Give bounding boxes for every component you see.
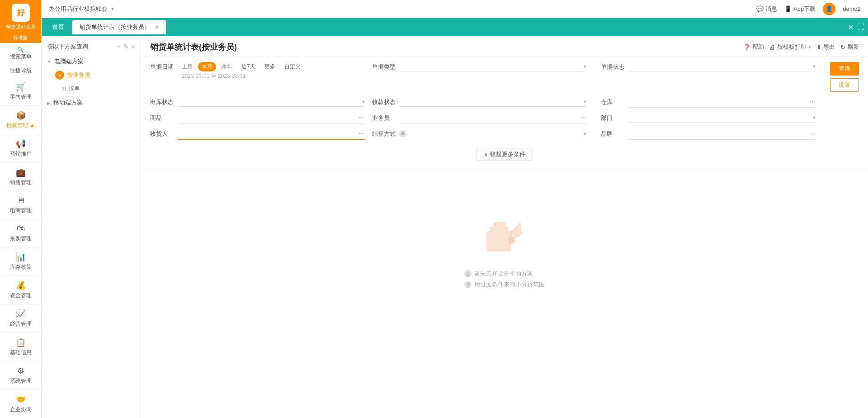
ship-status-select[interactable]: ▾ [178, 97, 365, 107]
salesperson-dots-icon[interactable]: ··· [580, 114, 586, 122]
tip-2-text: 用过滤条件来缩小分析范围 [474, 280, 545, 289]
marketing-label: 营销推广 [10, 150, 32, 158]
warehouse-dots-icon[interactable]: ··· [810, 98, 816, 106]
brand-dots-icon[interactable]: ··· [810, 130, 816, 138]
date-last7-btn[interactable]: 近7天 [238, 62, 259, 71]
brand-field: 品牌 ··· [594, 128, 823, 140]
mobile-scheme-section[interactable]: ▶ 移动端方案 [42, 96, 141, 109]
refresh-icon: ↻ [840, 44, 845, 51]
date-custom-btn[interactable]: 自定义 [281, 62, 304, 71]
enterprise-label: 企业协同 [10, 406, 32, 413]
scheme-panel-header: 按以下方案查询 + ✎ « [42, 40, 141, 53]
settlement-clear-icon[interactable]: ✕ [399, 130, 406, 138]
desktop-scheme-label: 电脑端方案 [54, 57, 84, 66]
recipient-input[interactable]: ··· [178, 128, 365, 140]
export-label: 导出 [823, 43, 835, 51]
help-label: 帮助 [752, 43, 764, 51]
scheme-add-icon[interactable]: + [117, 43, 121, 50]
tabbar: 首页 销货单统计表（按业务员） ✕ ✕ ⛶ [42, 18, 868, 36]
app-download-btn[interactable]: 📱 App下载 [784, 5, 816, 13]
date-this-year-btn[interactable]: 本年 [218, 62, 236, 71]
sidebar: 好 畅捷通好生意 标准版 🔍 搜索菜单 快捷导航 🛒 零售管理 📦 批发管理 ▲… [0, 0, 42, 418]
sidebar-item-system[interactable]: ⚙ 系统管理 [0, 361, 41, 390]
user-name[interactable]: demo2 [843, 5, 861, 12]
page-content: 按以下方案查询 + ✎ « ▼ 电脑端方案 ● 按业务员 ⊞ 按 [42, 36, 868, 418]
print-btn[interactable]: 🖨 按模板打印 ▾ [769, 43, 811, 51]
wholesale-label: 批发管理 ▲ [6, 122, 35, 129]
workspace-title: 办公用品行业模拟账套 [49, 5, 108, 13]
date-range: 2023-03-01 至 2023-03-31 [150, 72, 365, 80]
quick-nav[interactable]: 快捷导航 [0, 64, 41, 77]
brand-input[interactable]: ··· [628, 128, 816, 140]
help-btn[interactable]: ❓ 帮助 [743, 43, 764, 51]
dept-label: 部门 [601, 114, 628, 122]
scheme-sub-item-by-order[interactable]: ⊞ 按单 [42, 82, 141, 95]
tip-1-num: 1 [464, 270, 472, 277]
doc-status-field: 单据状态 ▾ [594, 62, 823, 71]
purchase-label: 采购管理 [10, 235, 32, 242]
receipt-status-select[interactable]: ▾ [399, 97, 587, 107]
salesperson-input[interactable]: ··· [399, 112, 587, 124]
setting-button[interactable]: 设置 [830, 78, 859, 92]
date-last-month-btn[interactable]: 上月 [178, 62, 196, 71]
collapse-arrow-icon: ∧ [484, 151, 488, 158]
doc-type-chevron-icon: ▾ [584, 63, 586, 70]
tab-sales-stat[interactable]: 销货单统计表（按业务员） ✕ [72, 20, 166, 34]
scheme-item-by-salesperson[interactable]: ● 按业务员 [42, 68, 141, 82]
app-logo[interactable]: 好 畅捷通好生意 [0, 0, 41, 33]
system-label: 系统管理 [10, 377, 32, 385]
collapse-bar: ∧ 收起更多条件 [150, 144, 859, 164]
date-label: 单据日期 [150, 63, 178, 71]
tab-sales-stat-label: 销货单统计表（按业务员） [80, 23, 150, 31]
sidebar-item-ecommerce[interactable]: 🖥 电商管理 [0, 191, 41, 219]
sidebar-item-purchase[interactable]: 🛍 采购管理 [0, 219, 41, 247]
sidebar-item-inventory[interactable]: 📊 库存核算 [0, 247, 41, 276]
doc-type-select[interactable]: ▾ [399, 62, 587, 71]
sidebar-item-operations[interactable]: 📈 经营管理 [0, 304, 41, 333]
doc-type-label: 单据类型 [372, 63, 399, 71]
settlement-label: 结算方式 [372, 130, 399, 138]
message-btn[interactable]: 💬 消息 [756, 5, 777, 13]
salesperson-label: 业务员 [372, 114, 399, 122]
recipient-text-input[interactable] [178, 130, 359, 137]
dropdown-arrow[interactable]: ▾ [111, 5, 114, 12]
tab-close-all-icon[interactable]: ✕ [848, 23, 854, 32]
sidebar-item-basic[interactable]: 📋 基础信息 [0, 333, 41, 361]
topbar-left: 办公用品行业模拟账套 ▾ [49, 5, 114, 13]
sidebar-search[interactable]: 🔍 搜索菜单 [0, 43, 41, 64]
sidebar-item-sales[interactable]: 💼 销售管理 [0, 163, 41, 191]
goods-input[interactable]: ··· [178, 112, 365, 124]
inventory-label: 库存核算 [10, 263, 32, 271]
doc-status-chevron-icon: ▾ [813, 63, 816, 70]
ecommerce-label: 电商管理 [10, 207, 32, 214]
scheme-edit-icon[interactable]: ✎ [123, 43, 129, 50]
user-avatar[interactable]: 👤 [823, 3, 835, 15]
sidebar-item-enterprise[interactable]: 🤝 企业协同 [0, 390, 41, 418]
date-more-btn[interactable]: 更多 [261, 62, 279, 71]
export-btn[interactable]: ⬇ 导出 [816, 43, 835, 51]
scheme-panel-icons: + ✎ « [117, 43, 135, 50]
collapse-btn[interactable]: ∧ 收起更多条件 [476, 148, 533, 161]
tab-close-icon[interactable]: ✕ [155, 24, 159, 30]
sidebar-item-marketing[interactable]: 📢 营销推广 [0, 134, 41, 163]
doc-status-select[interactable]: ▾ [628, 62, 816, 71]
sidebar-item-wholesale[interactable]: 📦 批发管理 ▲ [0, 106, 41, 134]
recipient-dots-icon[interactable]: ··· [359, 129, 364, 138]
sidebar-item-finance[interactable]: 💰 资金管理 [0, 276, 41, 304]
warehouse-input[interactable]: ··· [628, 96, 816, 108]
mobile-arrow-icon: ▶ [47, 100, 51, 105]
message-icon: 💬 [756, 5, 764, 12]
sidebar-item-retail[interactable]: 🛒 零售管理 [0, 77, 41, 106]
tab-home[interactable]: 首页 [45, 20, 71, 34]
desktop-scheme-title[interactable]: ▼ 电脑端方案 [42, 55, 141, 68]
date-this-month-btn[interactable]: 本月 [198, 62, 216, 71]
query-button[interactable]: 查询 [830, 62, 859, 76]
export-icon: ⬇ [816, 44, 821, 51]
scheme-collapse-icon[interactable]: « [132, 43, 135, 50]
goods-dots-icon[interactable]: ··· [359, 114, 364, 122]
dept-select[interactable]: ▾ [628, 113, 816, 123]
settlement-select[interactable]: ✕ ▾ [399, 129, 587, 139]
refresh-btn[interactable]: ↻ 刷新 [840, 43, 859, 51]
tab-expand-icon[interactable]: ⛶ [857, 23, 864, 32]
dept-field: 部门 ▾ [594, 113, 823, 123]
